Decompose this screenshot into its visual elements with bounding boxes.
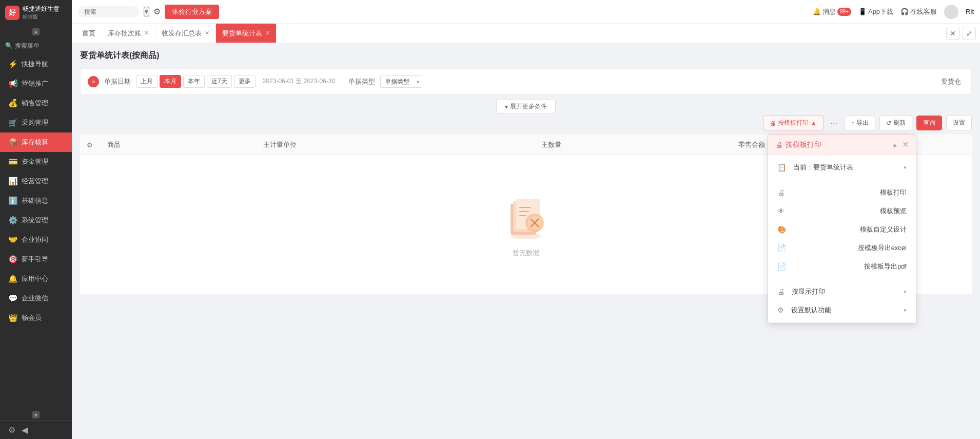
dropdown-display-section: 🖨 按显示打印 ▾ ⚙ 设置默认功能 ▾	[768, 279, 916, 323]
dropdown-item-template-design[interactable]: 🎨 模板自定义设计	[768, 220, 916, 239]
sidebar: 好 畅捷通好生意 标准版 ▲ 🔍 搜索菜单 ⚡ 快捷导航 📢 营销推广 💰 销售…	[0, 0, 72, 439]
print-icon: 🖨	[770, 120, 776, 127]
sidebar-item-marketing[interactable]: 📢 营销推广	[0, 74, 72, 93]
sidebar-bottom: ⚙ ◀	[0, 421, 72, 439]
date-btn-last-month[interactable]: 上月	[136, 75, 158, 88]
filter-expand-icon-btn[interactable]: »	[88, 76, 99, 87]
current-chevron-icon: ▾	[904, 164, 907, 171]
dropdown-display-print-item[interactable]: 🖨 按显示打印 ▾	[768, 282, 916, 301]
sidebar-search[interactable]: 🔍 搜索菜单	[0, 37, 72, 54]
sidebar-item-label-inventory: 库存核算	[22, 138, 48, 147]
topbar: ▾ ⚙ 体验行业方案 🔔 消息 99+ 📱 App下载 🎧 在线客服 Rit	[72, 0, 980, 24]
table-column-settings-icon[interactable]: ⚙	[87, 141, 93, 149]
user-name[interactable]: Rit	[966, 8, 974, 15]
collapse-sidebar-icon[interactable]: ◀	[22, 425, 28, 435]
sidebar-item-inventory[interactable]: 📦 库存核算	[0, 132, 72, 152]
user-avatar[interactable]	[944, 5, 958, 19]
dropdown-item-label-template-preview: 模板预览	[880, 206, 907, 216]
app-center-icon: 🔔	[8, 274, 17, 283]
sidebar-item-operations[interactable]: 📊 经营管理	[0, 171, 72, 191]
sidebar-item-label-collaboration: 企业协同	[22, 235, 48, 244]
dropdown-set-default-item[interactable]: ⚙ 设置默认功能 ▾	[768, 301, 916, 319]
refresh-btn[interactable]: ↺ 刷新	[879, 116, 912, 130]
query-btn[interactable]: 查询	[916, 116, 942, 130]
sidebar-item-wecom[interactable]: 💬 企业微信	[0, 289, 72, 308]
guide-icon: 🎯	[8, 255, 17, 264]
dropdown-item-export-excel[interactable]: 📄 按模板导出excel	[768, 239, 916, 257]
settings-gear-icon[interactable]: ⚙	[8, 425, 15, 435]
scroll-up-btn[interactable]: ▲	[32, 28, 40, 35]
dropdown-title-text: 按模板打印	[786, 140, 821, 149]
trial-btn[interactable]: 体验行业方案	[165, 5, 219, 19]
app-name-block: 畅捷通好生意 标准版	[23, 5, 60, 21]
date-btn-this-month[interactable]: 本月	[160, 75, 181, 88]
online-service-label: 在线客服	[910, 7, 937, 16]
template-preview-icon: 👁	[777, 207, 786, 215]
filter-bar: » 单据日期 上月 本月 本年 近7天 更多 2023-06-01 至 2023…	[80, 68, 972, 94]
sidebar-item-system[interactable]: ⚙️ 系统管理	[0, 211, 72, 230]
sidebar-item-collaboration[interactable]: 🤝 企业协同	[0, 230, 72, 250]
notifications-btn[interactable]: 🔔 消息 99+	[813, 7, 851, 16]
topbar-gear-icon[interactable]: ⚙	[153, 7, 161, 16]
sidebar-item-basic-info[interactable]: ℹ️ 基础信息	[0, 191, 72, 211]
expand-row: ▾ 展开更多条件	[80, 100, 972, 113]
tab-expand-btn[interactable]: ⤢	[963, 27, 976, 40]
search-icon: 🔍	[5, 42, 13, 49]
purchase-icon: 🛒	[8, 118, 17, 127]
toolbar-more-btn[interactable]: ···	[828, 117, 840, 130]
online-service-btn[interactable]: 🎧 在线客服	[900, 7, 937, 16]
date-filter-group: 上月 本月 本年 近7天 更多	[136, 75, 256, 88]
tab-order-stats-close[interactable]: ✕	[265, 30, 270, 36]
tab-home[interactable]: 首页	[76, 29, 102, 38]
sidebar-scroll-down[interactable]: ▼	[0, 409, 72, 421]
topbar-right: 🔔 消息 99+ 📱 App下载 🎧 在线客服 Rit	[813, 5, 974, 19]
type-filter-select[interactable]: 单据类型	[380, 75, 422, 88]
export-btn[interactable]: ↑ 导出	[845, 116, 875, 130]
collaboration-icon: 🤝	[8, 235, 17, 244]
date-filter-label: 单据日期	[104, 77, 131, 86]
empty-icon	[500, 191, 552, 242]
tab-batch-accounts[interactable]: 库存批次账 ✕	[102, 24, 155, 43]
date-btn-last-7-days[interactable]: 近7天	[207, 75, 232, 88]
table-toolbar: 🖨 按模板打印 ▲ ··· ↑ 导出 ↺ 刷新 查询 设置 🖨 按模板打印	[80, 116, 972, 130]
date-btn-more[interactable]: 更多	[234, 75, 256, 88]
tab-collection-summary-close[interactable]: ✕	[205, 30, 209, 36]
dropdown-item-template-preview[interactable]: 👁 模板预览	[768, 202, 916, 220]
tab-order-stats[interactable]: 要货单统计表 ✕	[216, 24, 277, 43]
sales-icon: 💰	[8, 99, 17, 108]
sidebar-logo: 好 畅捷通好生意 标准版	[0, 0, 72, 26]
dropdown-item-label-export-excel: 按模板导出excel	[858, 243, 907, 253]
tab-collection-summary[interactable]: 收发存汇总表 ✕	[155, 24, 216, 43]
dropdown-close-btn[interactable]: ✕	[902, 140, 909, 149]
settings-btn[interactable]: 设置	[946, 116, 972, 130]
sidebar-item-finance[interactable]: 💳 资金管理	[0, 152, 72, 171]
expand-more-btn[interactable]: ▾ 展开更多条件	[496, 100, 556, 113]
sidebar-item-purchase[interactable]: 🛒 采购管理	[0, 113, 72, 132]
print-template-btn[interactable]: 🖨 按模板打印 ▲	[763, 116, 824, 130]
tab-close-all-btn[interactable]: ✕	[946, 27, 959, 40]
dropdown-current-item[interactable]: 📋 当前：要货单统计表 ▾	[768, 158, 916, 177]
tab-batch-accounts-close[interactable]: ✕	[144, 30, 149, 36]
sidebar-scroll-up[interactable]: ▲	[0, 26, 72, 37]
dropdown-expand-icon[interactable]: ▲	[892, 141, 898, 148]
sidebar-item-guide[interactable]: 🎯 新手引导	[0, 250, 72, 269]
tab-collection-summary-label: 收发存汇总表	[162, 29, 202, 38]
app-download-btn[interactable]: 📱 App下载	[858, 7, 893, 16]
date-btn-this-year[interactable]: 本年	[183, 75, 205, 88]
topbar-dropdown-btn[interactable]: ▾	[144, 7, 149, 16]
scroll-down-btn[interactable]: ▼	[32, 411, 40, 418]
dropdown-item-template-print[interactable]: 🖨 模板打印	[768, 183, 916, 202]
export-excel-icon: 📄	[777, 244, 786, 252]
filter-right: 要货仓	[941, 77, 964, 86]
finance-icon: 💳	[8, 157, 17, 166]
sidebar-item-quick-nav[interactable]: ⚡ 快捷导航	[0, 54, 72, 74]
sidebar-item-app-center[interactable]: 🔔 应用中心	[0, 269, 72, 289]
type-filter-wrapper: 单据类型 单据类型	[348, 75, 422, 88]
dropdown-current-label: 当前：要货单统计表	[793, 163, 853, 172]
topbar-search-input[interactable]	[78, 6, 140, 17]
display-print-icon: 🖨	[777, 288, 785, 296]
print-dropdown-arrow-icon: ▲	[811, 120, 817, 127]
sidebar-item-member[interactable]: 👑 畅会员	[0, 308, 72, 328]
sidebar-item-sales[interactable]: 💰 销售管理	[0, 93, 72, 113]
dropdown-item-export-pdf[interactable]: 📄 按模板导出pdf	[768, 257, 916, 276]
